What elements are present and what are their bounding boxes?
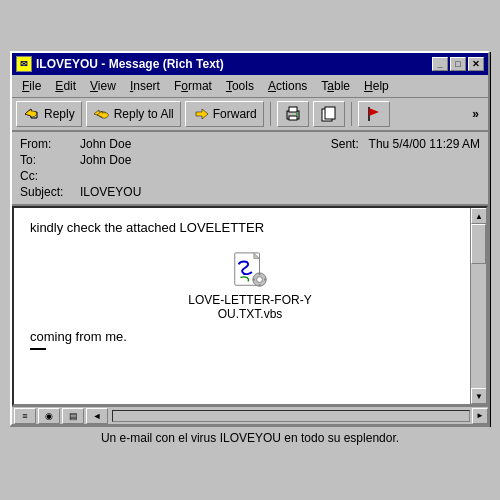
svg-point-3 <box>296 113 298 115</box>
menu-table[interactable]: Table <box>315 77 356 95</box>
status-btn-2[interactable]: ◉ <box>38 408 60 424</box>
menu-view[interactable]: View <box>84 77 122 95</box>
attachment-area[interactable]: LOVE-LETTER-FOR-Y OU.TXT.vbs <box>90 251 410 321</box>
to-value: John Doe <box>80 153 131 167</box>
window-title: ILOVEYOU - Message (Rich Text) <box>36 57 224 71</box>
menu-help[interactable]: Help <box>358 77 395 95</box>
toolbar-more-button[interactable]: » <box>467 104 484 124</box>
vertical-scrollbar[interactable]: ▲ ▼ <box>470 208 486 404</box>
attachment-name-line2: OU.TXT.vbs <box>218 307 283 321</box>
attachment-name-line1: LOVE-LETTER-FOR-Y <box>188 293 311 307</box>
from-label: From: <box>20 137 80 151</box>
scroll-thumb[interactable] <box>471 224 486 264</box>
forward-button[interactable]: Forward <box>185 101 264 127</box>
email-title-icon: ✉ <box>16 56 32 72</box>
body-content: kindly check the attached LOVELETTER <box>14 208 486 362</box>
toolbar-separator <box>270 102 271 126</box>
sent-label: Sent: <box>331 137 359 151</box>
caption-text: Un e-mail con el virus ILOVEYOU en todo … <box>101 431 399 445</box>
reply-all-button[interactable]: Reply to All <box>86 101 181 127</box>
maximize-button[interactable]: □ <box>450 57 466 71</box>
svg-marker-7 <box>369 108 379 116</box>
print-button[interactable] <box>277 101 309 127</box>
email-window: ✉ ILOVEYOU - Message (Rich Text) _ □ ✕ F… <box>10 51 490 426</box>
reply-label: Reply <box>44 107 75 121</box>
reply-all-icon <box>93 105 111 123</box>
forward-icon <box>192 105 210 123</box>
toolbar-separator2 <box>351 102 352 126</box>
sent-value: Thu 5/4/00 11:29 AM <box>369 137 480 151</box>
title-buttons: _ □ ✕ <box>432 57 484 71</box>
to-label: To: <box>20 153 80 167</box>
menu-actions[interactable]: Actions <box>262 77 313 95</box>
toolbar: Reply Reply to All Forward <box>12 98 488 132</box>
attachment-icon <box>230 251 270 291</box>
status-btn-3[interactable]: ▤ <box>62 408 84 424</box>
menu-bar: File Edit View Insert Format Tools Actio… <box>12 75 488 98</box>
body-line1: kindly check the attached LOVELETTER <box>30 220 470 235</box>
copy-icon <box>320 105 338 123</box>
subject-value: ILOVEYOU <box>80 185 141 199</box>
email-body[interactable]: kindly check the attached LOVELETTER <box>14 208 486 362</box>
svg-rect-5 <box>325 107 335 119</box>
copy-button[interactable] <box>313 101 345 127</box>
caption-bar: Un e-mail con el virus ILOVEYOU en todo … <box>10 426 490 449</box>
reply-button[interactable]: Reply <box>16 101 82 127</box>
menu-edit[interactable]: Edit <box>49 77 82 95</box>
title-bar: ✉ ILOVEYOU - Message (Rich Text) _ □ ✕ <box>12 53 488 75</box>
svg-rect-2 <box>289 116 297 120</box>
cursor-line <box>30 348 46 350</box>
menu-file[interactable]: File <box>16 77 47 95</box>
svg-point-12 <box>257 277 263 283</box>
subject-label: Subject: <box>20 185 80 199</box>
to-row: To: John Doe <box>20 152 480 168</box>
status-btn-4[interactable]: ◄ <box>86 408 108 424</box>
flag-button[interactable] <box>358 101 390 127</box>
body-layout: kindly check the attached LOVELETTER <box>14 208 486 362</box>
sent-row: Sent: Thu 5/4/00 11:29 AM <box>331 137 480 151</box>
email-body-container: kindly check the attached LOVELETTER <box>12 206 488 406</box>
print-icon <box>284 105 302 123</box>
from-row: From: John Doe Sent: Thu 5/4/00 11:29 AM <box>20 136 480 152</box>
email-headers: From: John Doe Sent: Thu 5/4/00 11:29 AM… <box>12 132 488 206</box>
flag-icon <box>365 105 383 123</box>
menu-tools[interactable]: Tools <box>220 77 260 95</box>
status-btn-1[interactable]: ≡ <box>14 408 36 424</box>
statusbar-icons: ≡ ◉ ▤ ◄ <box>12 408 110 424</box>
scroll-down-button[interactable]: ▼ <box>471 388 487 404</box>
subject-row: Subject: ILOVEYOU <box>20 184 480 200</box>
reply-icon <box>23 105 41 123</box>
menu-insert[interactable]: Insert <box>124 77 166 95</box>
from-value: John Doe <box>80 137 131 151</box>
scroll-track[interactable] <box>471 224 486 388</box>
menu-format[interactable]: Format <box>168 77 218 95</box>
close-button[interactable]: ✕ <box>468 57 484 71</box>
horizontal-scrollbar-area: ≡ ◉ ▤ ◄ ► <box>12 406 488 424</box>
cc-row: Cc: <box>20 168 480 184</box>
cc-label: Cc: <box>20 169 80 183</box>
title-bar-left: ✉ ILOVEYOU - Message (Rich Text) <box>16 56 224 72</box>
attachment-name: LOVE-LETTER-FOR-Y OU.TXT.vbs <box>188 293 311 321</box>
scroll-right-button[interactable]: ► <box>472 408 488 424</box>
svg-rect-1 <box>289 107 297 112</box>
h-scroll-track[interactable] <box>112 410 470 422</box>
minimize-button[interactable]: _ <box>432 57 448 71</box>
body-line2: coming from me. <box>30 329 470 344</box>
reply-all-label: Reply to All <box>114 107 174 121</box>
scroll-up-button[interactable]: ▲ <box>471 208 487 224</box>
forward-label: Forward <box>213 107 257 121</box>
